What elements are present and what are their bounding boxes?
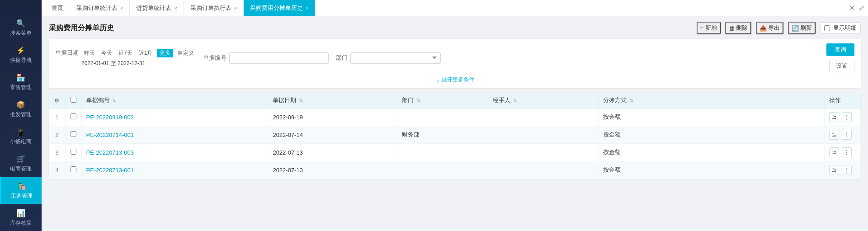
restore-window-icon[interactable]: ⤢ [859, 4, 864, 12]
tab-purchase-cost-history[interactable]: 采购费用分摊单历史× [244, 0, 315, 16]
row-select-checkbox[interactable] [71, 166, 76, 172]
page-title: 采购费用分摊单历史 [49, 24, 114, 33]
date-opt-昨天[interactable]: 昨天 [82, 49, 97, 57]
tab-purchase-order-exec[interactable]: 采购订单执行表× [184, 0, 244, 16]
add-button[interactable]: + 新增 [697, 22, 721, 34]
table-row: 4 PE-20220713-001 2022-07-13 按金额 🗂 ⋮ [49, 161, 861, 179]
close-window-icon[interactable]: ✕ [849, 4, 855, 12]
sidebar-item-ecom[interactable]: 🛒电商管理 [0, 150, 42, 177]
row-dept [397, 108, 488, 126]
sidebar-item-purchase[interactable]: 🛍️采购管理 [0, 177, 42, 204]
col-settings[interactable]: ⚙ [49, 93, 65, 108]
expand-button[interactable]: ⌄ 展开更多条件 [436, 76, 474, 84]
sidebar-item-search[interactable]: 🔍搜索菜单 [0, 14, 42, 42]
sidebar-label-search: 搜索菜单 [10, 29, 32, 37]
col-split-method: 分摊方式 ⇅ [599, 93, 825, 108]
query-button[interactable]: 查询 [826, 43, 854, 56]
action-view-icon[interactable]: 🗂 [829, 165, 839, 175]
tab-purchase-order-stat[interactable]: 采购订单统计表× [70, 0, 130, 16]
setting-button[interactable]: 设置 [829, 60, 854, 72]
col-doc-no: 单据编号 ⇅ [81, 93, 268, 108]
sidebar-item-mobile[interactable]: 📱小畅电商 [0, 123, 42, 150]
row-checkbox[interactable] [65, 144, 81, 161]
show-col-checkbox[interactable] [824, 25, 830, 31]
doc-no-link[interactable]: PE-20220714-001 [86, 132, 134, 138]
show-col-checkbox-label[interactable]: 显示明细 [820, 22, 861, 34]
doc-no-link[interactable]: PE-20220919-002 [86, 114, 134, 121]
row-doc-no: PE-20220919-002 [81, 108, 268, 126]
row-actions: 🗂 ⋮ [825, 161, 861, 179]
sidebar-label-shortcut: 快捷导航 [10, 57, 32, 64]
action-more-icon[interactable]: ⋮ [842, 147, 852, 157]
sort-split-method-icon[interactable]: ⇅ [629, 98, 633, 103]
table-header-row: ⚙ 单据编号 ⇅ 单据日期 ⇅ 部门 [49, 93, 861, 108]
date-opt-近7天[interactable]: 近7天 [117, 49, 134, 57]
filter-row: 单据日期 昨天今天近7天近1月更多自定义 2022-01-01 至 2022-1… [55, 43, 854, 72]
row-checkbox[interactable] [65, 161, 81, 179]
sidebar-item-retail[interactable]: 🏪零售管理 [0, 69, 42, 96]
date-opt-近1月[interactable]: 近1月 [137, 49, 155, 57]
col-dept: 部门 ⇅ [397, 93, 488, 108]
row-select-checkbox[interactable] [71, 149, 76, 155]
sidebar-icon-mobile: 📱 [16, 127, 25, 136]
tab-close-purchase-order-exec[interactable]: × [234, 0, 237, 16]
sidebar-icon-stock: 📊 [16, 209, 25, 217]
sort-dept-icon[interactable]: ⇅ [416, 98, 420, 103]
sidebar-label-mobile: 小畅电商 [10, 138, 32, 146]
row-handler [488, 161, 599, 179]
refresh-icon: 🔄 [792, 25, 799, 32]
row-checkbox[interactable] [65, 108, 81, 126]
action-more-icon[interactable]: ⋮ [842, 130, 852, 140]
sort-doc-no-icon[interactable]: ⇅ [112, 98, 116, 103]
date-opt-今天[interactable]: 今天 [99, 49, 114, 57]
sidebar-item-stock[interactable]: 📊库存核算 [0, 204, 42, 231]
row-doc-no: PE-20220714-001 [81, 126, 268, 144]
row-split-method: 按金额 [599, 126, 825, 144]
row-select-checkbox[interactable] [71, 131, 76, 137]
doc-no-input[interactable] [229, 52, 329, 64]
row-checkbox[interactable] [65, 126, 81, 144]
doc-no-link[interactable]: PE-20220713-001 [86, 167, 134, 174]
action-view-icon[interactable]: 🗂 [829, 147, 839, 157]
action-more-icon[interactable]: ⋮ [842, 112, 852, 122]
table-row: 1 PE-20220919-002 2022-09-19 按金额 🗂 ⋮ [49, 108, 861, 126]
delete-button[interactable]: 🗑 删除 [725, 22, 751, 34]
sidebar-item-wholesale[interactable]: 📦批发管理 [0, 96, 42, 123]
action-more-icon[interactable]: ⋮ [842, 165, 852, 175]
sidebar-item-shortcut[interactable]: ⚡快捷导航 [0, 42, 42, 69]
action-view-icon[interactable]: 🗂 [829, 130, 839, 140]
sidebar-label-ecom: 电商管理 [10, 165, 32, 173]
export-button[interactable]: 📤 导出 [756, 22, 783, 34]
sidebar-icon-search: 🔍 [16, 19, 25, 28]
col-split-method-label: 分摊方式 [603, 97, 627, 104]
action-view-icon[interactable]: 🗂 [829, 112, 839, 122]
tab-bar: 首页采购订单统计表×进货单统计表×采购订单执行表×采购费用分摊单历史× ✕ ⤢ [42, 0, 868, 16]
dept-select[interactable]: 财务部 [350, 52, 441, 64]
doc-no-link[interactable]: PE-20220713-003 [86, 149, 134, 156]
row-no: 1 [49, 108, 65, 126]
col-checkbox-header[interactable] [65, 93, 81, 108]
row-doc-no: PE-20220713-001 [81, 161, 268, 179]
data-table: ⚙ 单据编号 ⇅ 单据日期 ⇅ 部门 [49, 93, 861, 179]
row-split-method: 按金额 [599, 108, 825, 126]
sidebar-icon-retail: 🏪 [16, 73, 25, 82]
date-opt-更多[interactable]: 更多 [157, 49, 173, 57]
row-select-checkbox[interactable] [71, 113, 76, 119]
tab-purchase-goods-stat[interactable]: 进货单统计表× [130, 0, 184, 16]
col-doc-date-label: 单据日期 [273, 97, 296, 104]
tab-label-purchase-goods-stat: 进货单统计表 [136, 0, 171, 16]
refresh-button[interactable]: 🔄 刷新 [788, 22, 816, 34]
tab-close-purchase-order-stat[interactable]: × [120, 0, 123, 16]
sort-doc-date-icon[interactable]: ⇅ [299, 98, 303, 103]
dept-filter-group: 部门 财务部 [336, 52, 441, 64]
row-handler [488, 126, 599, 144]
tab-home[interactable]: 首页 [45, 0, 70, 16]
sort-handler-icon[interactable]: ⇅ [513, 98, 517, 103]
date-opt-自定义[interactable]: 自定义 [176, 49, 196, 57]
row-actions: 🗂 ⋮ [825, 126, 861, 144]
select-all-checkbox[interactable] [71, 97, 76, 103]
col-doc-date: 单据日期 ⇅ [268, 93, 397, 108]
tab-close-purchase-goods-stat[interactable]: × [174, 0, 177, 16]
chevron-down-icon: ⌄ [436, 77, 440, 83]
tab-close-purchase-cost-history[interactable]: × [306, 0, 308, 16]
